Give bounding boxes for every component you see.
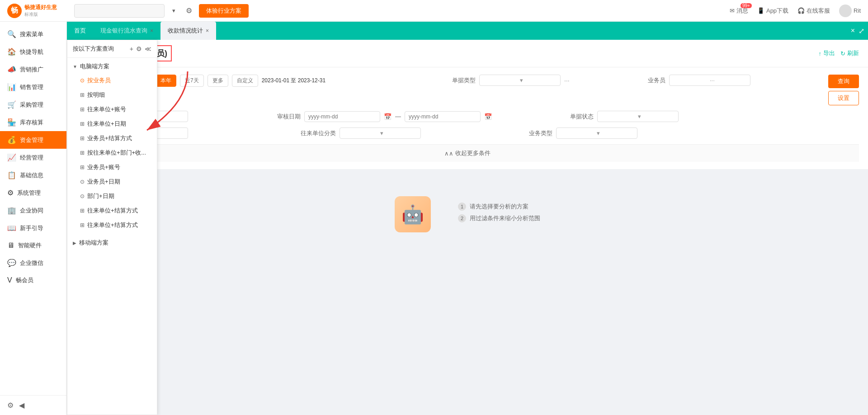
hardware-icon: 🖥 xyxy=(7,241,14,250)
scheme-item-salesperson-date[interactable]: ⊙ 业务员+日期 xyxy=(67,174,157,189)
scheme-group-mobile-title[interactable]: ▶ 移动端方案 xyxy=(67,236,157,250)
close-all-tabs-button[interactable]: × xyxy=(851,27,855,35)
app-download-item[interactable]: 📱 App下载 xyxy=(757,7,788,15)
sidebar-item-search[interactable]: 🔍 搜索菜单 xyxy=(0,25,66,43)
add-scheme-button[interactable]: + xyxy=(130,45,133,52)
sidebar-item-quicknav[interactable]: 🏠 快捷导航 xyxy=(0,43,66,61)
date-btn-7days[interactable]: 近7天 xyxy=(180,75,204,87)
collapse-panel-button[interactable]: ≪ xyxy=(145,45,151,52)
calendar-start-icon[interactable]: 📅 xyxy=(384,113,392,120)
doctype-select[interactable]: ▾ xyxy=(479,75,561,86)
doctype-label: 单据类型 xyxy=(448,76,476,85)
enterprise-icon: 🏢 xyxy=(7,206,16,215)
collapse-sidebar-button[interactable]: ◀ xyxy=(19,401,24,410)
unit-date-icon: ⊞ xyxy=(80,121,85,127)
doctype-arrow-icon: ▾ xyxy=(520,77,557,84)
scheme-item-unit-date[interactable]: ⊞ 往来单位+日期 xyxy=(67,117,157,131)
wechat-icon: 💬 xyxy=(7,259,16,267)
date-btn-more[interactable]: 更多 xyxy=(208,75,228,87)
salesperson-label: 业务员 xyxy=(638,76,665,85)
scheme-item-unit-account[interactable]: ⊞ 往来单位+账号 xyxy=(67,102,157,117)
sales-icon: 📊 xyxy=(7,83,16,91)
salesperson-select[interactable]: ··· xyxy=(669,75,750,86)
online-service-item[interactable]: 🎧 在线客服 xyxy=(797,7,830,15)
scheme-item-unit-payment1[interactable]: ⊞ 往来单位+结算方式 xyxy=(67,203,157,218)
sidebar-item-operations[interactable]: 📈 经营管理 xyxy=(0,149,66,166)
header-center: ▾ ⚙ 体验行业方案 xyxy=(74,4,730,18)
gear-button[interactable]: ⚙ xyxy=(183,5,195,17)
panel-header: 按以下方案查询 + ⚙ ≪ xyxy=(67,40,157,58)
partner-category-select[interactable]: ▾ xyxy=(340,127,421,139)
sidebar-item-newuser[interactable]: 📖 新手引导 xyxy=(0,219,66,237)
empty-steps: 1 请先选择要分析的方案 2 用过滤条件来缩小分析范围 xyxy=(458,203,540,226)
review-date-end-input[interactable] xyxy=(405,111,481,122)
basicinfo-icon: 📋 xyxy=(7,171,16,179)
export-button[interactable]: ↑ 导出 xyxy=(819,49,835,57)
sidebar-item-inventory[interactable]: 🏪 库存核算 xyxy=(0,113,66,131)
collapse-icon: ∧∧ xyxy=(444,150,453,157)
sidebar-item-enterprise[interactable]: 🏢 企业协同 xyxy=(0,202,66,219)
member-icon: V xyxy=(7,276,12,284)
tab-collection-stats[interactable]: 收款情况统计 × xyxy=(160,22,216,40)
sidebar-item-purchase[interactable]: 🛒 采购管理 xyxy=(0,96,66,113)
biz-type-select[interactable]: ▾ xyxy=(556,127,637,139)
tab-home[interactable]: 首页 xyxy=(67,22,93,40)
scheme-item-by-detail[interactable]: ⊞ 按明细 xyxy=(67,88,157,102)
sidebar-item-basicinfo[interactable]: 📋 基础信息 xyxy=(0,166,66,184)
tab-close-bank-flow[interactable]: × xyxy=(150,28,153,34)
messages-item[interactable]: ✉ 消息 99+ xyxy=(730,7,748,15)
sidebar-item-sales[interactable]: 📊 销售管理 xyxy=(0,78,66,96)
calendar-end-icon[interactable]: 📅 xyxy=(484,113,492,120)
scheme-group-desktop-title[interactable]: ▼ 电脑端方案 xyxy=(67,60,157,73)
query-button[interactable]: 查询 xyxy=(828,75,859,88)
doctype-ellipsis-button[interactable]: ··· xyxy=(564,77,570,84)
scheme-item-by-salesperson[interactable]: ⊙ 按业务员 xyxy=(67,73,157,88)
date-btn-custom[interactable]: 自定义 xyxy=(232,75,258,87)
tab-close-collection-stats[interactable]: × xyxy=(206,28,209,34)
unit-payment1-icon: ⊞ xyxy=(80,208,85,214)
sidebar-item-finance[interactable]: 💰 资金管理 xyxy=(0,131,66,149)
logo-icon: 畅 xyxy=(7,4,22,18)
tab-bank-flow[interactable]: 现金银行流水查询 × xyxy=(93,22,160,40)
header-right: ✉ 消息 99+ 📱 App下载 🎧 在线客服 Rit xyxy=(730,5,861,17)
trial-button[interactable]: 体验行业方案 xyxy=(199,4,249,18)
scheme-item-unit-payment2[interactable]: ⊞ 往来单位+结算方式 xyxy=(67,218,157,232)
settings-bottom-button[interactable]: ⚙ xyxy=(7,401,14,410)
scheme-item-salesperson-payment[interactable]: ⊞ 业务员+结算方式 xyxy=(67,131,157,146)
settings-button[interactable]: 设置 xyxy=(828,91,859,105)
partner-category-label: 往来单位分类 xyxy=(301,129,336,137)
biz-type-arrow-icon: ▾ xyxy=(597,130,633,137)
collapse-bar[interactable]: ∧∧ 收起更多条件 xyxy=(76,144,859,162)
scheme-item-dept-date[interactable]: ⊙ 部门+日期 xyxy=(67,189,157,203)
page-header: 收款情况统计(按业务员) ↑ 导出 ↻ 刷新 xyxy=(67,40,868,67)
scheme-item-salesperson-account[interactable]: ⊞ 业务员+账号 xyxy=(67,160,157,174)
scheme-item-unit-dept-collection[interactable]: ⊞ 按往来单位+部门+收... xyxy=(67,146,157,160)
sidebar-item-system[interactable]: ⚙ 系统管理 xyxy=(0,184,66,202)
dropdown-arrow-icon[interactable]: ▾ xyxy=(168,5,179,16)
search-icon: 🔍 xyxy=(7,30,16,38)
biz-type-label: 业务类型 xyxy=(525,129,552,137)
date-btn-this-year[interactable]: 本年 xyxy=(156,75,176,87)
review-date-start-input[interactable] xyxy=(304,111,380,122)
user-info[interactable]: Rit xyxy=(839,5,861,17)
sidebar-item-member[interactable]: V 畅会员 xyxy=(0,272,66,289)
refresh-button[interactable]: ↻ 刷新 xyxy=(840,49,859,57)
salesperson-payment-icon: ⊞ xyxy=(80,135,85,141)
doc-status-select[interactable]: ▾ xyxy=(597,111,679,122)
logo-text: 畅捷通好生意 标准版 xyxy=(24,4,57,18)
sidebar-item-hardware[interactable]: 🖥 智能硬件 xyxy=(0,237,66,254)
dept-date-icon: ⊙ xyxy=(80,193,85,199)
partner-category-arrow-icon: ▾ xyxy=(380,130,417,137)
search-input[interactable] xyxy=(74,4,165,18)
empty-step-1: 1 请先选择要分析的方案 xyxy=(458,203,540,211)
scheme-active-icon: ⊙ xyxy=(80,77,85,84)
fullscreen-button[interactable]: ⤢ xyxy=(859,27,864,35)
inventory-icon: 🏪 xyxy=(7,118,16,127)
filter-panel: 单据日期 上月 本月 本年 近7天 更多 自定义 2023-01-01 至 20… xyxy=(67,67,868,169)
page-content: 收款情况统计(按业务员) ↑ 导出 ↻ 刷新 单据日期 xyxy=(67,40,868,415)
sidebar-item-wechat[interactable]: 💬 企业微信 xyxy=(0,254,66,272)
content-area: 首页 现金银行流水查询 × 收款情况统计 × × ⤢ 收款情况统计(按业务员) xyxy=(67,22,868,415)
doc-status-arrow-icon: ▾ xyxy=(638,113,675,120)
manage-scheme-button[interactable]: ⚙ xyxy=(136,45,142,52)
sidebar-item-marketing[interactable]: 📣 营销推广 xyxy=(0,61,66,78)
